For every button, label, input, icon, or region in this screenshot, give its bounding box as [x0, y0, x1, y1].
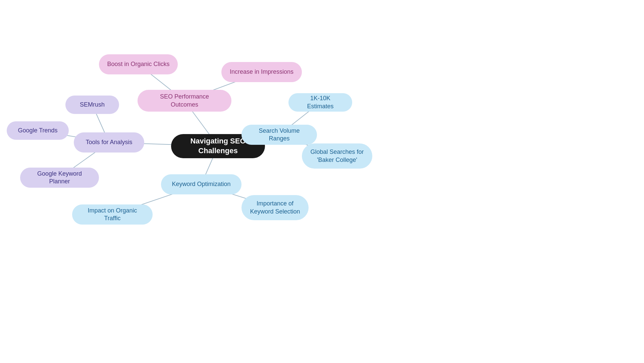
keyword-optimization-label: Keyword Optimization — [172, 180, 230, 188]
importance-keyword-selection-node: Importance of Keyword Selection — [241, 195, 309, 220]
google-keyword-planner-node: Google Keyword Planner — [20, 168, 99, 188]
impact-organic-traffic-node: Impact on Organic Traffic — [72, 204, 153, 225]
semrush-node: SEMrush — [65, 96, 119, 114]
google-trends-node: Google Trends — [7, 121, 69, 140]
increase-impressions-label: Increase in Impressions — [230, 68, 293, 76]
boost-organic-clicks-node: Boost in Organic Clicks — [99, 54, 178, 74]
google-keyword-planner-label: Google Keyword Planner — [28, 170, 91, 186]
google-trends-label: Google Trends — [18, 127, 57, 134]
1k-10k-estimates-node: 1K-10K Estimates — [288, 93, 352, 112]
seo-performance-outcomes-node: SEO Performance Outcomes — [138, 90, 231, 112]
search-volume-ranges-node: Search Volume Ranges — [241, 125, 317, 145]
importance-keyword-selection-label: Importance of Keyword Selection — [250, 200, 301, 216]
seo-performance-outcomes-label: SEO Performance Outcomes — [146, 93, 223, 109]
boost-organic-clicks-label: Boost in Organic Clicks — [107, 60, 169, 68]
global-searches-baker-label: Global Searches for 'Baker College' — [310, 148, 364, 164]
tools-for-analysis-node: Tools for Analysis — [74, 132, 144, 153]
search-volume-ranges-label: Search Volume Ranges — [250, 127, 309, 143]
keyword-optimization-node: Keyword Optimization — [161, 174, 241, 194]
semrush-label: SEMrush — [80, 101, 105, 109]
1k-10k-estimates-label: 1K-10K Estimates — [297, 95, 344, 110]
increase-impressions-node: Increase in Impressions — [221, 62, 302, 82]
impact-organic-traffic-label: Impact on Organic Traffic — [80, 207, 145, 223]
global-searches-baker-node: Global Searches for 'Baker College' — [302, 143, 372, 169]
tools-for-analysis-label: Tools for Analysis — [86, 138, 132, 146]
